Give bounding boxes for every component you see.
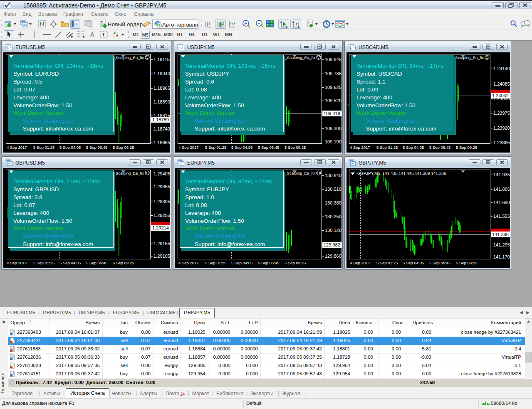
svg-text:F: F <box>83 36 85 39</box>
svg-text:T: T <box>102 32 105 37</box>
svg-text:E: E <box>71 36 73 39</box>
